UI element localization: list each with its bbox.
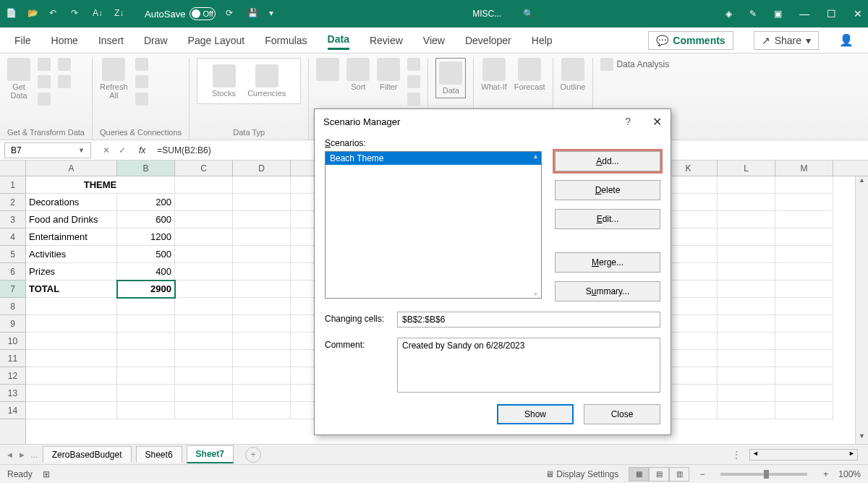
- zoom-slider[interactable]: [720, 473, 807, 476]
- delete-button[interactable]: Delete: [555, 180, 660, 200]
- cell-a5[interactable]: Activities: [26, 246, 117, 263]
- cell-a7[interactable]: TOTAL: [26, 281, 117, 298]
- sort-asc-icon[interactable]: A↓: [93, 8, 104, 20]
- undo-icon[interactable]: ↶: [49, 8, 61, 20]
- cell-a6[interactable]: Prizes: [26, 263, 117, 281]
- queries-icon[interactable]: [135, 58, 148, 71]
- sort-button[interactable]: Sort: [346, 58, 370, 91]
- sheet-tab-active[interactable]: Sheet7: [187, 445, 234, 463]
- data-tools-button[interactable]: Data: [435, 58, 466, 98]
- diamond-icon[interactable]: ◈: [726, 9, 732, 19]
- whatif-button[interactable]: What-If: [481, 58, 506, 91]
- merge-button[interactable]: Merge...: [555, 252, 660, 273]
- minimize-button[interactable]: —: [799, 8, 809, 20]
- outline-button[interactable]: Outline: [561, 58, 586, 91]
- from-text-icon[interactable]: [38, 58, 51, 71]
- from-web-icon[interactable]: [38, 75, 51, 88]
- zoom-level[interactable]: 100%: [838, 469, 861, 479]
- tab-review[interactable]: Review: [370, 32, 403, 49]
- scenario-item-selected[interactable]: Beach Theme: [326, 152, 541, 165]
- autosave-toggle[interactable]: AutoSave Off: [145, 7, 216, 20]
- tab-insert[interactable]: Insert: [98, 32, 124, 49]
- tab-developer[interactable]: Developer: [465, 32, 511, 49]
- new-file-icon[interactable]: 📄: [6, 8, 17, 20]
- tab-home[interactable]: Home: [51, 32, 78, 49]
- cell-b4[interactable]: 1200: [117, 228, 175, 246]
- sort-desc-icon[interactable]: Z↓: [114, 8, 126, 20]
- select-all-corner[interactable]: [0, 160, 26, 176]
- cell-a3[interactable]: Food and Drinks: [26, 211, 117, 228]
- recent-sources-icon[interactable]: [58, 58, 71, 71]
- account-icon[interactable]: 👤: [839, 33, 854, 47]
- qat-more-icon[interactable]: ▾: [269, 8, 281, 20]
- data-analysis-button[interactable]: Data Analysis: [600, 58, 669, 71]
- zoom-in-button[interactable]: +: [823, 469, 828, 479]
- dialog-close-button[interactable]: ✕: [652, 115, 662, 129]
- accept-formula-icon[interactable]: ✓: [119, 145, 126, 155]
- cell-b5[interactable]: 500: [117, 246, 175, 263]
- close-window-button[interactable]: ✕: [854, 8, 862, 20]
- cell-b6[interactable]: 400: [117, 263, 175, 281]
- col-header-d[interactable]: D: [233, 160, 291, 176]
- edit-button[interactable]: Edit...: [555, 209, 660, 229]
- vertical-scrollbar[interactable]: ▲ ▼: [855, 176, 868, 444]
- sheet-tab[interactable]: ZeroBasedBudget: [43, 446, 132, 463]
- cancel-formula-icon[interactable]: ✕: [103, 145, 110, 155]
- col-header-l[interactable]: L: [718, 160, 775, 176]
- share-button[interactable]: ↗ Share ▾: [754, 31, 819, 50]
- cell-a2[interactable]: Decorations: [26, 194, 117, 211]
- cell-a4[interactable]: Entertainment: [26, 228, 117, 246]
- cell-a1[interactable]: THEME: [26, 176, 175, 194]
- sheet-nav-more-icon[interactable]: …: [30, 450, 38, 459]
- col-header-c[interactable]: C: [175, 160, 233, 176]
- tab-page-layout[interactable]: Page Layout: [188, 32, 245, 49]
- redo-icon[interactable]: ↷: [71, 8, 82, 20]
- dialog-help-button[interactable]: ?: [625, 116, 631, 127]
- comments-button[interactable]: 💬 Comments: [648, 31, 733, 50]
- tab-data[interactable]: Data: [328, 30, 349, 50]
- get-data-button[interactable]: Get Data: [7, 58, 30, 100]
- fx-icon[interactable]: fx: [133, 145, 151, 155]
- view-page-break-button[interactable]: ▥: [669, 467, 689, 481]
- from-table-icon[interactable]: [38, 93, 51, 106]
- horizontal-scrollbar[interactable]: ◄►: [749, 449, 858, 461]
- properties-icon[interactable]: [135, 75, 148, 88]
- show-button[interactable]: Show: [497, 404, 574, 424]
- summary-button[interactable]: Summary...: [555, 281, 660, 301]
- sheet-nav-next-icon[interactable]: ►: [18, 450, 26, 459]
- col-header-b[interactable]: B: [117, 160, 175, 176]
- col-header-m[interactable]: M: [775, 160, 833, 176]
- cell-b2[interactable]: 200: [117, 194, 175, 211]
- refresh-all-button[interactable]: Refresh All: [100, 58, 128, 100]
- accessibility-icon[interactable]: ⊞: [43, 469, 50, 479]
- view-normal-button[interactable]: ▦: [629, 467, 649, 481]
- filter-button[interactable]: Filter: [377, 58, 400, 91]
- scenario-listbox[interactable]: Beach Theme ▴▾: [325, 151, 542, 299]
- display-settings-button[interactable]: 🖥 Display Settings: [545, 469, 618, 479]
- maximize-button[interactable]: ☐: [827, 8, 836, 20]
- save-icon[interactable]: 💾: [247, 8, 259, 20]
- forecast-button[interactable]: Forecast: [514, 58, 545, 91]
- sheet-nav-prev-icon[interactable]: ◄: [6, 450, 14, 459]
- name-box[interactable]: B7▼: [4, 142, 91, 158]
- tab-formulas[interactable]: Formulas: [265, 32, 307, 49]
- tab-view[interactable]: View: [423, 32, 445, 49]
- stocks-button[interactable]: Stocks: [212, 64, 236, 98]
- sync-icon[interactable]: ⟳: [226, 8, 237, 20]
- close-button[interactable]: Close: [584, 404, 660, 424]
- cell-b3[interactable]: 600: [117, 211, 175, 228]
- currencies-button[interactable]: Currencies: [247, 64, 286, 98]
- tab-file[interactable]: File: [14, 32, 31, 49]
- sheet-tab[interactable]: Sheet6: [136, 446, 182, 463]
- sheet-options-icon[interactable]: ⋮: [732, 450, 741, 460]
- zoom-out-button[interactable]: −: [699, 469, 705, 479]
- add-button[interactable]: Add...: [555, 151, 660, 171]
- search-icon[interactable]: 🔍: [523, 9, 534, 19]
- window-icon[interactable]: ▣: [774, 9, 782, 19]
- cell-b7[interactable]: 2900: [117, 281, 175, 298]
- edit-links-icon[interactable]: [135, 93, 148, 106]
- col-header-a[interactable]: A: [26, 160, 117, 176]
- view-page-layout-button[interactable]: ▤: [649, 467, 669, 481]
- open-icon[interactable]: 📂: [27, 8, 39, 20]
- sort-az-button[interactable]: [316, 58, 339, 81]
